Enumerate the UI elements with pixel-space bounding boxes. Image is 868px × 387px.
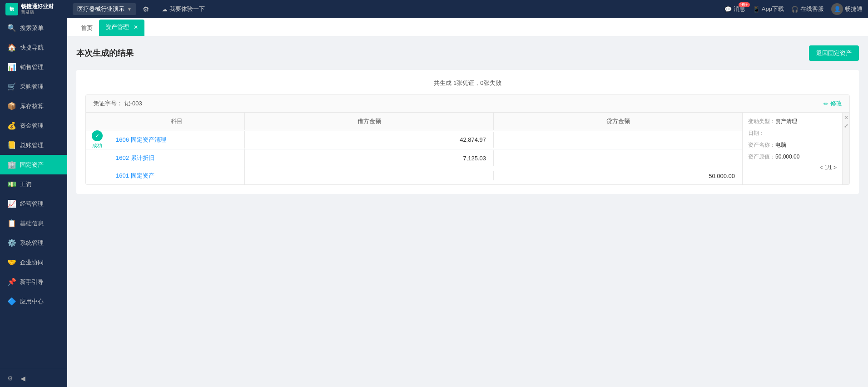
sidebar-item-operations-label: 经营管理 (20, 200, 44, 208)
row-2-debit: 7,125.03 (245, 150, 494, 166)
sidebar-item-purchase[interactable]: 🛒 采购管理 (0, 77, 67, 96)
cooperation-icon: 🤝 (7, 258, 16, 267)
date-label: 日期： (748, 129, 775, 137)
sidebar-item-payroll-label: 工资 (20, 180, 32, 189)
download-icon: 📱 (753, 6, 760, 13)
voucher-code-value: 记-003 (124, 100, 142, 107)
row-3-credit: 50,000.00 (494, 168, 742, 184)
table-header-row: 科目 借方金额 贷方金额 (86, 113, 742, 130)
settings-button[interactable]: ⚙ (139, 2, 153, 16)
sidebar-item-sales[interactable]: 📊 销售管理 (0, 57, 67, 77)
row-1-debit: 42,874.97 (245, 132, 494, 148)
sidebar-item-search[interactable]: 🔍 搜索菜单 (0, 18, 67, 38)
row-3-subject[interactable]: 1601 固定资产 (109, 167, 245, 184)
success-checkmark-icon: ✓ (92, 130, 103, 141)
sidebar-settings-btn[interactable]: ⚙ (7, 375, 13, 382)
info-pagination: < 1/1 > (748, 164, 837, 171)
success-label: 成功 (92, 142, 102, 149)
tab-home-label: 首页 (81, 25, 93, 31)
ledger-icon: 📒 (7, 141, 16, 149)
user-name-label: 畅捷通 (845, 5, 863, 13)
sidebar-item-ledger[interactable]: 📒 总账管理 (0, 135, 67, 155)
payroll-icon: 💵 (7, 180, 16, 189)
logo-text-block: 畅捷通好业财 普及版 (21, 3, 54, 15)
online-service-label: 在线客服 (800, 5, 824, 13)
pagination-text: 1/1 (824, 164, 833, 171)
edit-icon: ✏ (823, 100, 828, 107)
sidebar-item-apps[interactable]: 🔷 应用中心 (0, 292, 67, 311)
user-item[interactable]: 👤 畅捷通 (831, 3, 863, 15)
main-layout: 🔍 搜索菜单 🏠 快捷导航 📊 销售管理 🛒 采购管理 📦 库存核算 💰 (0, 18, 868, 387)
original-value-value: 50,000.00 (775, 153, 799, 161)
sidebar-item-quick-nav[interactable]: 🏠 快捷导航 (0, 38, 67, 57)
tab-bar: 首页 资产管理 ✕ (67, 18, 868, 36)
page-header: 本次生成的结果 返回固定资产 (76, 45, 859, 61)
return-button[interactable]: 返回固定资产 (809, 45, 859, 61)
header-right: 💬 消息 99+ 📱 App下载 🎧 在线客服 👤 畅捷通 (724, 3, 863, 15)
service-icon: 🎧 (791, 6, 799, 13)
experience-button[interactable]: ☁ 我要体验一下 (157, 3, 209, 15)
row-1-credit (494, 135, 742, 144)
sidebar-item-operations[interactable]: 📈 经营管理 (0, 194, 67, 213)
sidebar-item-payroll[interactable]: 💵 工资 (0, 174, 67, 194)
inventory-icon: 📦 (7, 102, 16, 110)
sidebar-item-inventory[interactable]: 📦 库存核算 (0, 96, 67, 116)
tab-asset-management[interactable]: 资产管理 ✕ (99, 20, 144, 36)
sidebar-item-guide[interactable]: 📌 新手引导 (0, 272, 67, 292)
info-row-date: 日期： (748, 129, 837, 137)
table-row: 1602 累计折旧 7,125.03 (86, 149, 742, 167)
row-1-subject[interactable]: 1606 固定资产清理 (109, 131, 245, 149)
row-3-debit (245, 171, 494, 180)
sidebar-item-basics[interactable]: 📋 基础信息 (0, 213, 67, 233)
sidebar-item-basics-label: 基础信息 (20, 219, 44, 228)
online-service-item[interactable]: 🎧 在线客服 (791, 5, 824, 13)
row-2-subject-name: 累计折旧 (131, 154, 154, 161)
basics-icon: 📋 (7, 219, 16, 228)
edit-label: 修改 (830, 99, 842, 108)
guide-icon: 📌 (7, 278, 16, 286)
voucher-header: 凭证字号： 记-003 ✏ 修改 (86, 95, 849, 113)
sidebar-item-cooperation[interactable]: 🤝 企业协同 (0, 253, 67, 272)
info-row-asset-name: 资产名称： 电脑 (748, 141, 837, 149)
sidebar-item-apps-label: 应用中心 (20, 298, 44, 306)
avatar: 👤 (831, 3, 843, 15)
panel-expand-icon[interactable]: ⤢ (844, 123, 848, 129)
info-row-change-type: 变动类型： 资产清理 (748, 117, 837, 125)
asset-name-value: 电脑 (775, 141, 786, 149)
sidebar-collapse-btn[interactable]: ◀ (20, 375, 25, 382)
sidebar-item-cooperation-label: 企业协同 (20, 258, 44, 267)
sidebar-item-fixed-assets[interactable]: 🏢 固定资产 (0, 155, 67, 174)
pagination-next[interactable]: > (833, 164, 837, 171)
messages-item[interactable]: 💬 消息 99+ (724, 5, 745, 13)
info-panel: 变动类型： 资产清理 日期： 资产名称： 电脑 (742, 113, 842, 184)
sidebar-item-sales-label: 销售管理 (20, 63, 44, 71)
sidebar-item-system-label: 系统管理 (20, 239, 44, 247)
experience-label: 我要体验一下 (169, 5, 205, 13)
finance-icon: 💰 (7, 121, 16, 130)
app-selector[interactable]: 医疗器械行业演示 ▼ (73, 3, 136, 15)
sidebar-item-system[interactable]: ⚙️ 系统管理 (0, 233, 67, 253)
row-2-subject[interactable]: 1602 累计折旧 (109, 149, 245, 167)
tab-close-icon[interactable]: ✕ (134, 24, 138, 30)
app-download-item[interactable]: 📱 App下载 (753, 5, 784, 13)
col-header-subject: 科目 (109, 113, 245, 130)
edit-button[interactable]: ✏ 修改 (823, 99, 842, 108)
page-content: 本次生成的结果 返回固定资产 共生成 1张凭证，0张失败 凭证字号： 记-003… (67, 36, 868, 387)
tab-home[interactable]: 首页 (74, 20, 99, 36)
col-header-debit: 借方金额 (245, 113, 494, 130)
panel-close-icon[interactable]: ✕ (844, 114, 848, 121)
voucher-table: 科目 借方金额 贷方金额 ✓ 成功 (86, 113, 849, 184)
row-3-subject-code: 1601 (116, 172, 129, 179)
row-2-credit (494, 154, 742, 163)
logo-title: 畅捷通好业财 (21, 3, 54, 10)
pagination-prev[interactable]: < (820, 164, 823, 171)
sidebar-item-finance[interactable]: 💰 资金管理 (0, 116, 67, 135)
sidebar-item-inventory-label: 库存核算 (20, 102, 44, 110)
table-row: 1601 固定资产 50,000.00 (86, 167, 742, 184)
logo-icon: 畅 (5, 3, 18, 15)
sidebar-scroll[interactable]: 🔍 搜索菜单 🏠 快捷导航 📊 销售管理 🛒 采购管理 📦 库存核算 💰 (0, 18, 67, 369)
messages-badge: 99+ (739, 2, 750, 7)
voucher-block: 凭证字号： 记-003 ✏ 修改 (85, 94, 850, 185)
table-main: 科目 借方金额 贷方金额 ✓ 成功 (86, 113, 742, 184)
row-1-subject-code: 1606 (116, 136, 129, 143)
